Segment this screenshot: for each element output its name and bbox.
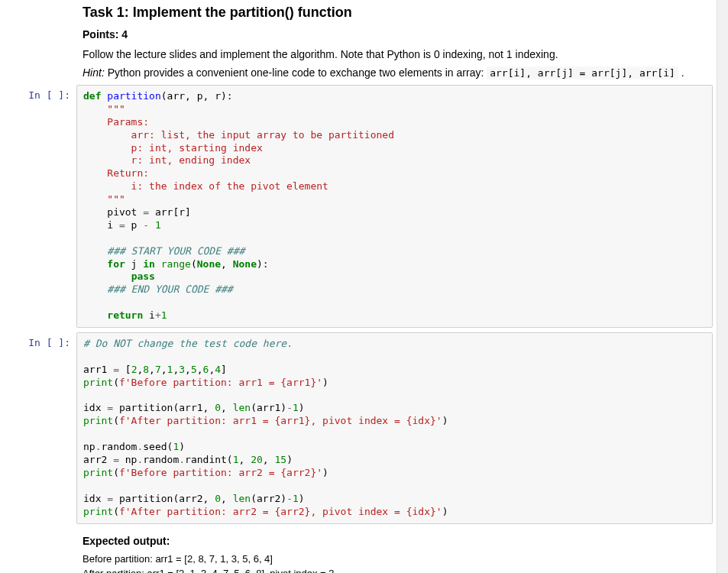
instruction-text: Follow the lecture slides and implement …: [83, 48, 699, 60]
code-cell-1: In [ ]: def partition(arr, p, r): """ Pa…: [8, 85, 713, 328]
expected-line-1: Before partition: arr1 = [2, 8, 7, 1, 3,…: [83, 553, 699, 565]
expected-output-heading: Expected output:: [83, 535, 699, 547]
expected-line-2: After partition: arr1 = [2, 1, 3, 4, 7, …: [83, 568, 699, 574]
prompt-in-2: In [ ]:: [8, 332, 76, 523]
hint-paragraph: Hint: Python provides a convenient one-l…: [83, 66, 699, 79]
notebook-container: Task 1: Implement the partition() functi…: [0, 5, 728, 573]
markdown-cell-expected: Expected output: Before partition: arr1 …: [76, 535, 705, 574]
markdown-cell-task: Task 1: Implement the partition() functi…: [76, 5, 705, 79]
points-label: Points: 4: [83, 28, 699, 40]
prompt-in-1: In [ ]:: [8, 85, 76, 328]
hint-text: Python provides a convenient one-line co…: [105, 66, 487, 79]
task-heading: Task 1: Implement the partition() functi…: [83, 5, 699, 21]
hint-code: arr[i], arr[j] = arr[j], arr[i]: [487, 66, 678, 79]
code-input-2[interactable]: # Do NOT change the test code here. arr1…: [76, 332, 713, 523]
vertical-scrollbar[interactable]: [717, 0, 728, 573]
code-cell-2: In [ ]: # Do NOT change the test code he…: [8, 332, 713, 523]
hint-label: Hint:: [83, 66, 105, 79]
hint-period: .: [678, 66, 684, 79]
code-input-1[interactable]: def partition(arr, p, r): """ Params: ar…: [76, 85, 713, 328]
expected-output-lines: Before partition: arr1 = [2, 8, 7, 1, 3,…: [83, 553, 699, 574]
